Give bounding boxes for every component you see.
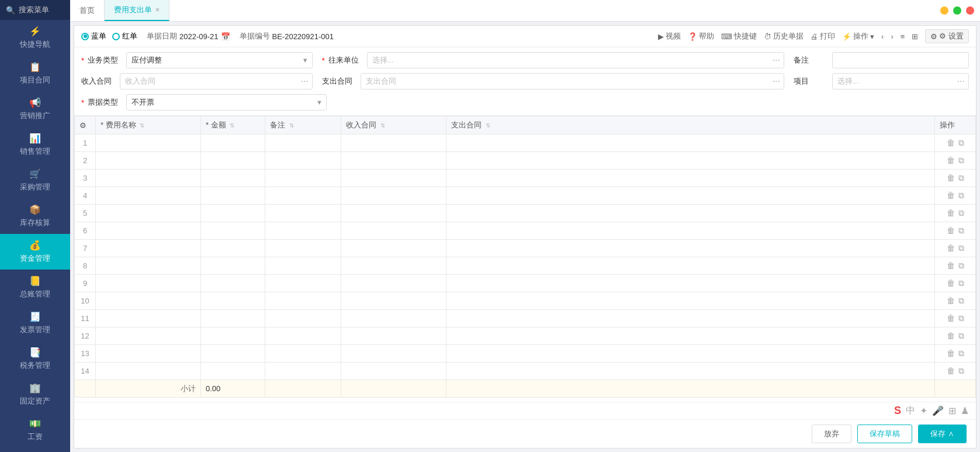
row-income-contract-2[interactable] bbox=[341, 152, 446, 170]
row-expense-name-10[interactable] bbox=[96, 292, 201, 310]
invoice-type-input[interactable]: 不开票 ▼ bbox=[126, 94, 327, 111]
row-income-contract-9[interactable] bbox=[341, 275, 446, 292]
sort-expense-icon[interactable]: ⇅ bbox=[140, 122, 144, 129]
row-remark-8[interactable] bbox=[265, 257, 341, 275]
row-copy-icon-2[interactable]: ⧉ bbox=[958, 156, 964, 165]
row-copy-icon-13[interactable]: ⧉ bbox=[958, 349, 964, 358]
sidebar-item-invoice-mgmt[interactable]: 🧾发票管理 bbox=[0, 305, 70, 341]
row-delete-icon-8[interactable]: 🗑 bbox=[947, 261, 955, 271]
row-amount-10[interactable] bbox=[201, 292, 265, 310]
radio-red[interactable]: 红单 bbox=[112, 31, 137, 42]
row-copy-icon-5[interactable]: ⧉ bbox=[958, 208, 964, 218]
row-amount-2[interactable] bbox=[201, 152, 265, 170]
row-delete-icon-4[interactable]: 🗑 bbox=[947, 191, 955, 201]
row-remark-4[interactable] bbox=[265, 187, 341, 205]
row-amount-7[interactable] bbox=[201, 240, 265, 257]
calendar-icon[interactable]: 📅 bbox=[221, 32, 230, 41]
row-expense-name-6[interactable] bbox=[96, 222, 201, 240]
row-copy-icon-12[interactable]: ⧉ bbox=[958, 331, 964, 341]
row-remark-9[interactable] bbox=[265, 275, 341, 292]
sidebar-search[interactable]: 🔍 搜索菜单 bbox=[0, 0, 70, 20]
input-tool-dot[interactable]: ✦ bbox=[920, 405, 927, 416]
row-expense-name-11[interactable] bbox=[96, 310, 201, 327]
row-expense-contract-11[interactable] bbox=[446, 310, 935, 327]
row-expense-contract-7[interactable] bbox=[446, 240, 935, 257]
row-delete-icon-7[interactable]: 🗑 bbox=[947, 243, 955, 253]
row-remark-2[interactable] bbox=[265, 152, 341, 170]
input-tool-s[interactable]: S bbox=[894, 405, 901, 417]
business-type-input[interactable]: 应付调整 ▼ bbox=[126, 52, 313, 68]
row-expense-name-14[interactable] bbox=[96, 363, 201, 380]
row-delete-icon-11[interactable]: 🗑 bbox=[947, 313, 955, 323]
row-expense-contract-4[interactable] bbox=[446, 187, 935, 205]
row-remark-7[interactable] bbox=[265, 240, 341, 257]
nav-next-button[interactable]: › bbox=[891, 32, 893, 41]
row-delete-icon-2[interactable]: 🗑 bbox=[947, 156, 955, 165]
row-expense-contract-6[interactable] bbox=[446, 222, 935, 240]
close-button[interactable] bbox=[966, 6, 974, 15]
input-tool-grid[interactable]: ⊞ bbox=[948, 405, 956, 416]
input-tool-chinese[interactable]: 中 bbox=[906, 405, 915, 417]
tab-home[interactable]: 首页 bbox=[70, 0, 105, 21]
row-income-contract-13[interactable] bbox=[341, 345, 446, 363]
sidebar-item-accounting[interactable]: 📒总账管理 bbox=[0, 270, 70, 305]
income-contract-input[interactable]: 收入合同 ··· bbox=[120, 73, 313, 89]
row-expense-contract-3[interactable] bbox=[446, 170, 935, 187]
row-copy-icon-14[interactable]: ⧉ bbox=[958, 366, 964, 376]
row-income-contract-10[interactable] bbox=[341, 292, 446, 310]
input-tool-mic[interactable]: 🎤 bbox=[932, 405, 944, 416]
row-copy-icon-9[interactable]: ⧉ bbox=[958, 278, 964, 288]
sort-expense-contract-icon[interactable]: ⇅ bbox=[486, 122, 490, 129]
date-value[interactable]: 2022-09-21 bbox=[179, 32, 219, 41]
row-expense-contract-13[interactable] bbox=[446, 345, 935, 363]
row-income-contract-3[interactable] bbox=[341, 170, 446, 187]
row-remark-10[interactable] bbox=[265, 292, 341, 310]
sort-income-icon[interactable]: ⇅ bbox=[380, 122, 385, 129]
view-grid-button[interactable]: ⊞ bbox=[912, 32, 918, 41]
video-action[interactable]: ▶ 视频 bbox=[658, 31, 681, 42]
row-amount-12[interactable] bbox=[201, 327, 265, 345]
row-expense-name-3[interactable] bbox=[96, 170, 201, 187]
row-expense-name-8[interactable] bbox=[96, 257, 201, 275]
row-expense-name-1[interactable] bbox=[96, 134, 201, 152]
shortcut-action[interactable]: ⌨ 快捷键 bbox=[721, 31, 757, 42]
row-remark-13[interactable] bbox=[265, 345, 341, 363]
row-income-contract-12[interactable] bbox=[341, 327, 446, 345]
row-remark-1[interactable] bbox=[265, 134, 341, 152]
sidebar-item-marketing[interactable]: 📢营销推广 bbox=[0, 91, 70, 127]
row-amount-6[interactable] bbox=[201, 222, 265, 240]
tab-close-expense[interactable]: × bbox=[155, 6, 160, 14]
row-remark-5[interactable] bbox=[265, 205, 341, 222]
row-delete-icon-1[interactable]: 🗑 bbox=[947, 138, 955, 148]
maximize-button[interactable] bbox=[953, 6, 961, 15]
save-button[interactable]: 保存 ∧ bbox=[918, 425, 967, 443]
sidebar-item-inventory[interactable]: 📦库存核算 bbox=[0, 198, 70, 234]
row-expense-contract-8[interactable] bbox=[446, 257, 935, 275]
row-expense-contract-2[interactable] bbox=[446, 152, 935, 170]
history-action[interactable]: ⏱ 历史单据 bbox=[764, 31, 804, 42]
counterpart-input[interactable]: 选择... ··· bbox=[367, 52, 784, 68]
row-income-contract-14[interactable] bbox=[341, 363, 446, 380]
row-expense-name-2[interactable] bbox=[96, 152, 201, 170]
sort-remark-icon[interactable]: ⇅ bbox=[289, 122, 294, 129]
sidebar-item-quick-nav[interactable]: ⚡快捷导航 bbox=[0, 20, 70, 56]
row-delete-icon-6[interactable]: 🗑 bbox=[947, 226, 955, 236]
row-amount-8[interactable] bbox=[201, 257, 265, 275]
row-copy-icon-7[interactable]: ⧉ bbox=[958, 243, 964, 253]
row-amount-13[interactable] bbox=[201, 345, 265, 363]
sidebar-item-ops-mgmt[interactable]: 📈经营管理 bbox=[0, 448, 70, 452]
row-expense-name-4[interactable] bbox=[96, 187, 201, 205]
row-copy-icon-11[interactable]: ⧉ bbox=[958, 313, 964, 323]
row-copy-icon-1[interactable]: ⧉ bbox=[958, 138, 964, 148]
sidebar-item-tax-mgmt[interactable]: 📑税务管理 bbox=[0, 341, 70, 377]
sidebar-item-fixed-assets[interactable]: 🏢固定资产 bbox=[0, 377, 70, 412]
row-remark-6[interactable] bbox=[265, 222, 341, 240]
remark-input[interactable] bbox=[832, 52, 969, 68]
sidebar-item-project-contract[interactable]: 📋项目合同 bbox=[0, 56, 70, 91]
row-delete-icon-3[interactable]: 🗑 bbox=[947, 173, 955, 183]
row-amount-5[interactable] bbox=[201, 205, 265, 222]
row-remark-11[interactable] bbox=[265, 310, 341, 327]
row-delete-icon-14[interactable]: 🗑 bbox=[947, 366, 955, 376]
tab-expense[interactable]: 费用支出单× bbox=[105, 0, 169, 21]
radio-blue[interactable]: 蓝单 bbox=[81, 31, 106, 42]
